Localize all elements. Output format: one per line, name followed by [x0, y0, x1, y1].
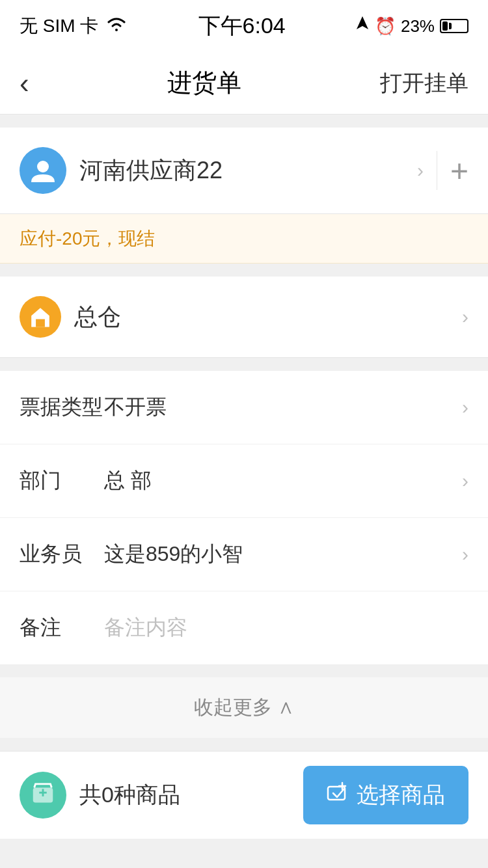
status-left: 无 SIM 卡: [20, 14, 128, 38]
form-section: 票据类型 不开票 › 部门 总 部 › 业务员 这是859的小智 › 备注 备注…: [0, 371, 488, 664]
remark-label: 备注: [20, 614, 104, 642]
salesperson-row[interactable]: 业务员 这是859的小智 ›: [0, 518, 488, 591]
invoice-type-value: 不开票: [104, 393, 455, 422]
department-row[interactable]: 部门 总 部 ›: [0, 444, 488, 518]
back-button[interactable]: ‹: [20, 67, 29, 100]
invoice-type-row[interactable]: 票据类型 不开票 ›: [0, 371, 488, 444]
select-product-label: 选择商品: [357, 780, 445, 810]
location-icon: [355, 15, 370, 38]
collapse-label[interactable]: 收起更多 ∧: [194, 694, 293, 721]
warehouse-arrow-icon: ›: [462, 306, 468, 328]
add-supplier-button[interactable]: +: [450, 153, 468, 189]
bottom-bar: 共0种商品 选择商品: [0, 751, 488, 839]
supplier-arrow-icon: ›: [417, 159, 424, 182]
battery-icon: [440, 19, 468, 33]
select-product-button[interactable]: 选择商品: [303, 766, 468, 824]
remark-row[interactable]: 备注 备注内容: [0, 591, 488, 664]
department-value: 总 部: [104, 467, 455, 495]
person-icon: [29, 156, 57, 185]
svg-rect-1: [36, 319, 45, 327]
supplier-avatar: [20, 147, 66, 194]
remark-input[interactable]: 备注内容: [104, 614, 468, 642]
salesperson-label: 业务员: [20, 540, 104, 569]
product-icon: [20, 772, 66, 819]
salesperson-arrow: ›: [462, 543, 468, 565]
status-time: 下午6:04: [198, 11, 286, 41]
alarm-icon: ⏰: [375, 16, 396, 36]
supplier-row[interactable]: 河南供应商22 › +: [0, 128, 488, 214]
department-label: 部门: [20, 467, 104, 495]
wifi-icon: [105, 16, 128, 37]
status-bar: 无 SIM 卡 下午6:04 ⏰ 23%: [0, 0, 488, 52]
svg-point-0: [37, 161, 49, 172]
warehouse-icon: [20, 296, 61, 338]
open-pending-button[interactable]: 打开挂单: [380, 68, 468, 98]
empty-content-area: [0, 839, 488, 868]
collapse-row[interactable]: 收起更多 ∧: [0, 677, 488, 738]
status-right: ⏰ 23%: [355, 15, 468, 38]
supplier-vertical-divider: [437, 151, 437, 190]
notice-text: 应付-20元，现结: [20, 228, 155, 249]
battery-percent: 23%: [401, 16, 435, 36]
department-arrow: ›: [462, 470, 468, 492]
select-btn-icon: [327, 781, 349, 809]
product-count-label: 共0种商品: [79, 780, 303, 810]
top-divider: [0, 115, 488, 128]
page-title: 进货单: [167, 66, 241, 100]
invoice-type-arrow: ›: [462, 396, 468, 418]
invoice-type-label: 票据类型: [20, 393, 104, 422]
warehouse-name: 总仓: [74, 301, 462, 333]
salesperson-value: 这是859的小智: [104, 540, 455, 569]
house-icon: [28, 305, 53, 329]
nav-bar: ‹ 进货单 打开挂单: [0, 52, 488, 115]
supplier-name: 河南供应商22: [79, 155, 417, 187]
warehouse-row[interactable]: 总仓 ›: [0, 277, 488, 358]
cart-icon: [29, 781, 57, 809]
carrier-label: 无 SIM 卡: [20, 14, 98, 38]
notice-banner: 应付-20元，现结: [0, 214, 488, 264]
